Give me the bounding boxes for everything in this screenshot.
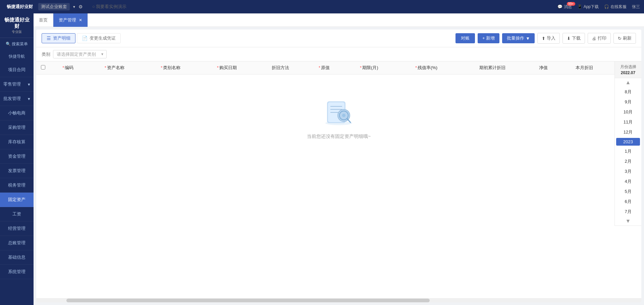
- list-icon: ☰: [47, 36, 51, 41]
- app-logo: 畅捷通好业财: [4, 4, 36, 9]
- month-item-5[interactable]: 5月: [615, 187, 641, 197]
- print-button[interactable]: 🖨 打印: [588, 33, 611, 44]
- month-item-3[interactable]: 3月: [615, 166, 641, 176]
- refresh-button[interactable]: ↻ 刷新: [613, 33, 636, 44]
- col-net-value: 净值: [528, 61, 559, 74]
- empty-state: 当前您还没有固定资产明细哦~: [36, 74, 641, 160]
- tab-asset-mgmt[interactable]: 资产管理 ✕: [53, 13, 88, 27]
- tab-home[interactable]: 首页: [34, 13, 53, 27]
- batch-button[interactable]: 批量操作 ▼: [502, 33, 535, 43]
- sidebar-item-finance[interactable]: 资金管理: [0, 149, 34, 164]
- col-name: *资产名称: [87, 61, 143, 74]
- sidebar-item-basic-info[interactable]: 基础信息: [0, 250, 34, 265]
- col-monthly-depreciation: 本月折旧: [559, 61, 610, 74]
- reconcile-button[interactable]: 对账: [455, 33, 475, 43]
- batch-dropdown-icon: ▼: [526, 36, 530, 41]
- message-button[interactable]: 💬 消息 99+: [557, 4, 572, 10]
- app-name: 畅捷通好业财: [7, 4, 33, 9]
- sub-tab-change-voucher[interactable]: 📄 变更生成凭证: [77, 33, 121, 43]
- sidebar-item-inventory[interactable]: 库存核算: [0, 135, 34, 149]
- company-selector[interactable]: 测试企业账套: [38, 3, 70, 10]
- scroll-thumb[interactable]: [66, 299, 429, 302]
- header-row: *编码 *资产名称 *类别名称 *购买日期 折旧方法 *原值 *期限(月) *残…: [36, 61, 641, 74]
- empty-text: 当前您还没有固定资产明细哦~: [307, 134, 371, 140]
- filter-bar: 类别 请选择固定资产类别 ▼: [36, 47, 641, 61]
- month-nav-down: ▼: [615, 217, 641, 225]
- month-up-button[interactable]: ▲: [624, 80, 632, 86]
- horizontal-scrollbar[interactable]: [36, 298, 641, 302]
- month-down-button[interactable]: ▼: [624, 218, 632, 224]
- app-branding: 畅捷通好业财 专业版: [0, 13, 34, 38]
- svg-point-9: [342, 114, 345, 117]
- demo-link[interactable]: ○ 我要看实例演示: [92, 4, 126, 10]
- search-menu[interactable]: 🔍 搜索菜单: [0, 38, 34, 50]
- col-code: *编码: [50, 61, 87, 74]
- month-item-2[interactable]: 2月: [615, 156, 641, 166]
- add-button[interactable]: + 新增: [478, 33, 499, 43]
- month-item-6[interactable]: 6月: [615, 197, 641, 207]
- col-initial-depreciation: 期初累计折旧: [457, 61, 528, 74]
- col-period: *期限(月): [342, 61, 395, 74]
- company-dropdown-icon[interactable]: ▼: [72, 5, 76, 9]
- col-checkbox: [36, 61, 50, 74]
- user-info[interactable]: 张三: [632, 4, 640, 10]
- month-item-11[interactable]: 11月: [615, 117, 641, 127]
- current-year-badge: 2023: [616, 138, 640, 146]
- sidebar-item-ecommerce[interactable]: 小畅电商: [0, 106, 34, 120]
- sidebar-item-operations[interactable]: 经营管理: [0, 221, 34, 236]
- sidebar-item-invoice[interactable]: 发票管理: [0, 164, 34, 178]
- col-depreciation: 折旧方法: [255, 61, 306, 74]
- asset-page: ☰ 资产明细 📄 变更生成凭证 对账 + 新增 批量操作 ▼: [36, 30, 641, 302]
- content-area: 首页 资产管理 ✕ ☰ 资产明细 📄 变更生成凭证: [34, 13, 644, 305]
- quick-nav[interactable]: 快捷导航: [0, 50, 34, 63]
- page-content: ☰ 资产明细 📄 变更生成凭证 对账 + 新增 批量操作 ▼: [36, 30, 641, 302]
- select-all-checkbox[interactable]: [41, 65, 45, 69]
- sidebar-item-fixed-assets[interactable]: 固定资产: [0, 193, 34, 207]
- app-download-button[interactable]: 📱 App下载: [577, 4, 599, 10]
- download-icon: ⬇: [567, 36, 571, 41]
- month-item-12[interactable]: 12月: [615, 127, 641, 137]
- retail-arrow-icon: ▾: [28, 82, 30, 87]
- import-button[interactable]: ⬆ 导入: [537, 33, 560, 44]
- sidebar-item-wholesale[interactable]: 批发管理 ▾: [0, 92, 34, 106]
- filter-label: 类别: [42, 51, 50, 57]
- month-item-1[interactable]: 1月: [615, 146, 641, 156]
- sidebar-item-system[interactable]: 系统管理: [0, 265, 34, 279]
- download-button[interactable]: ⬇ 下载: [562, 33, 585, 44]
- main-layout: 畅捷通好业财 专业版 🔍 搜索菜单 快捷导航 项目合同 零售管理 ▾ 批发管理 …: [0, 13, 644, 305]
- sidebar-item-general-ledger[interactable]: 总账管理: [0, 236, 34, 250]
- doc-icon: 📄: [82, 36, 88, 41]
- refresh-icon: ↻: [618, 36, 622, 41]
- wholesale-arrow-icon: ▾: [28, 96, 30, 101]
- sidebar-item-retail[interactable]: 零售管理 ▾: [0, 77, 34, 92]
- sub-tab-asset-detail[interactable]: ☰ 资产明细: [42, 33, 75, 43]
- table-area: *编码 *资产名称 *类别名称 *购买日期 折旧方法 *原值 *期限(月) *残…: [36, 61, 641, 302]
- col-category: *类别名称: [143, 61, 199, 74]
- brand-edition: 专业版: [3, 30, 31, 34]
- month-panel: 月份选择 2022.07 ▲ 8月 9月 10月 11月 12月 2023 1月: [614, 61, 641, 226]
- category-filter[interactable]: 请选择固定资产类别: [53, 50, 107, 58]
- sidebar-item-purchase[interactable]: 采购管理: [0, 120, 34, 135]
- online-service-button[interactable]: 🎧 在线客服: [604, 4, 627, 10]
- settings-icon[interactable]: ⚙: [78, 4, 83, 9]
- col-residual-rate: *残值率(%): [395, 61, 457, 74]
- top-bar-right: 💬 消息 99+ 📱 App下载 🎧 在线客服 张三: [557, 4, 640, 10]
- month-item-9[interactable]: 9月: [615, 97, 641, 107]
- sub-tabs: ☰ 资产明细 📄 变更生成凭证 对账 + 新增 批量操作 ▼: [36, 30, 641, 47]
- empty-svg: [319, 95, 359, 128]
- month-item-4[interactable]: 4月: [615, 176, 641, 187]
- asset-table: *编码 *资产名称 *类别名称 *购买日期 折旧方法 *原值 *期限(月) *残…: [36, 61, 641, 74]
- brand-name: 畅捷通好业财: [3, 17, 31, 30]
- table-and-panel: *编码 *资产名称 *类别名称 *购买日期 折旧方法 *原值 *期限(月) *残…: [36, 61, 641, 302]
- month-nav-up: ▲: [615, 78, 641, 87]
- filter-select-wrap: 请选择固定资产类别 ▼: [53, 50, 107, 58]
- month-item-7-2023[interactable]: 7月: [615, 207, 641, 217]
- col-purchase-date: *购买日期: [199, 61, 255, 74]
- month-item-8[interactable]: 8月: [615, 87, 641, 97]
- sidebar-item-tax[interactable]: 税务管理: [0, 178, 34, 193]
- month-item-10[interactable]: 10月: [615, 107, 641, 117]
- month-panel-header: 月份选择 2022.07: [615, 61, 641, 78]
- tab-close-icon[interactable]: ✕: [79, 18, 82, 22]
- sidebar-item-salary[interactable]: 工资: [0, 207, 34, 221]
- sidebar-item-project-contract[interactable]: 项目合同: [0, 63, 34, 77]
